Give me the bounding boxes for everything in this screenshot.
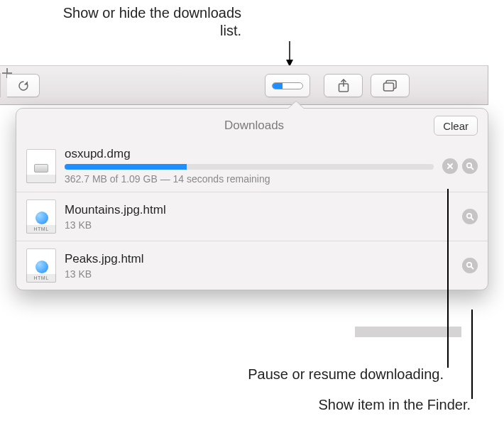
download-status: 13 KB <box>65 219 454 231</box>
reveal-in-finder-button[interactable] <box>462 209 478 224</box>
reload-button[interactable] <box>7 74 40 97</box>
svg-line-14 <box>471 218 473 220</box>
download-filename: osxupd.dmg <box>65 147 434 161</box>
clear-button[interactable]: Clear <box>434 116 478 136</box>
downloads-popover: Downloads Clear osxupd.dmg362.7 MB of 1.… <box>16 108 488 290</box>
download-item: osxupd.dmg362.7 MB of 1.09 GB — 14 secon… <box>16 140 488 192</box>
download-filename: Mountains.jpg.html <box>65 203 454 217</box>
download-info: osxupd.dmg362.7 MB of 1.09 GB — 14 secon… <box>65 147 434 185</box>
svg-rect-6 <box>383 83 393 91</box>
share-button[interactable] <box>324 74 363 97</box>
magnifier-icon <box>466 212 474 221</box>
tabs-overview-button[interactable] <box>371 74 410 97</box>
share-icon <box>337 79 350 93</box>
downloads-list: osxupd.dmg362.7 MB of 1.09 GB — 14 secon… <box>16 140 488 290</box>
downloads-button[interactable] <box>265 74 310 97</box>
download-status: 13 KB <box>65 268 454 280</box>
download-progress-bar <box>65 164 434 170</box>
svg-line-16 <box>471 267 473 269</box>
popover-tip <box>287 102 305 109</box>
download-filename: Peaks.jpg.html <box>65 252 454 266</box>
browser-toolbar <box>0 65 488 105</box>
popover-title: Downloads <box>26 119 434 133</box>
svg-marker-2 <box>23 81 27 84</box>
html-file-icon <box>26 199 56 234</box>
arrow-down-icon <box>286 41 293 67</box>
download-actions <box>442 158 478 174</box>
download-status: 362.7 MB of 1.09 GB — 14 seconds remaini… <box>65 173 434 185</box>
download-actions <box>462 209 478 224</box>
magnifier-icon <box>466 162 474 170</box>
svg-line-12 <box>471 167 473 169</box>
downloads-progress-pill <box>272 82 303 89</box>
reveal-in-finder-button[interactable] <box>462 158 478 174</box>
leader-line <box>447 189 449 368</box>
close-icon <box>446 162 454 170</box>
download-item: Peaks.jpg.html13 KB <box>16 241 488 290</box>
tabs-icon <box>383 80 398 92</box>
download-info: Mountains.jpg.html13 KB <box>65 203 454 231</box>
download-item: Mountains.jpg.html13 KB <box>16 192 488 241</box>
annotation-pause-resume: Pause or resume downloading. <box>103 366 444 383</box>
download-info: Peaks.jpg.html13 KB <box>65 252 454 280</box>
annotation-show-hide: Show or hide the downloads list. <box>57 4 241 40</box>
downloads-progress-fill <box>273 83 283 89</box>
window-edge-shadow <box>355 327 461 337</box>
annotation-show-finder: Show item in the Finder. <box>130 396 471 414</box>
reload-icon <box>17 80 30 92</box>
leader-line <box>471 310 473 399</box>
stop-download-button[interactable] <box>442 158 458 174</box>
download-progress-fill <box>65 164 187 170</box>
download-actions <box>462 258 478 273</box>
reveal-in-finder-button[interactable] <box>462 258 478 273</box>
html-file-icon <box>26 248 56 283</box>
popover-header: Downloads Clear <box>16 109 488 140</box>
dmg-file-icon <box>26 149 56 183</box>
magnifier-icon <box>466 261 474 270</box>
